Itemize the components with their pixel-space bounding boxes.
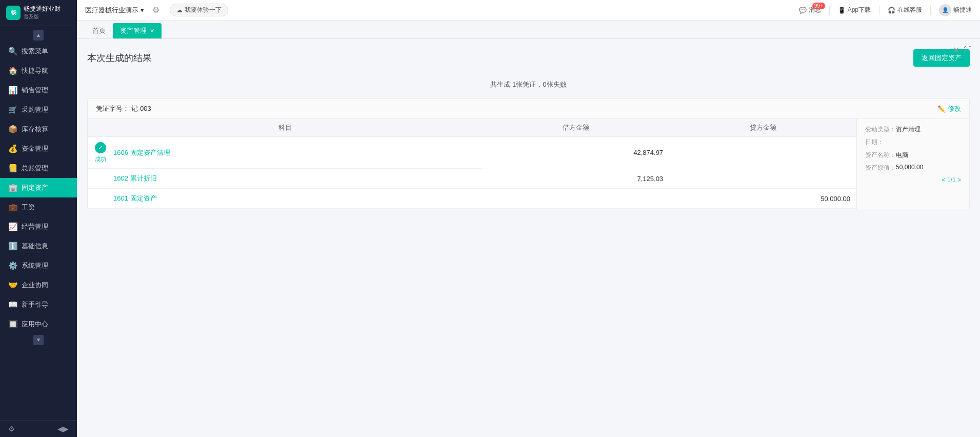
sidebar-item-app-center[interactable]: 🔲 应用中心	[0, 314, 77, 334]
table-row: ✓ 成功 1606 固定资产清理 42,874.97	[88, 137, 856, 169]
top-header: 医疗器械行业演示 ▾ ⚙ ☁ 我要体验一下 💬 消息 99+ 📱 App下载 �	[77, 0, 980, 21]
pagination-prev[interactable]: <	[942, 176, 946, 184]
operations-icon: 📈	[8, 222, 17, 231]
fixed-assets-icon: 🏢	[8, 183, 17, 192]
sidebar-item-quick-nav[interactable]: 🏠 快捷导航	[0, 61, 77, 81]
edit-icon: ✏️	[937, 105, 946, 113]
table-header-row: 科目 借方金额 贷方金额	[88, 119, 856, 137]
pagination-next[interactable]: >	[957, 176, 961, 184]
tab-bar: 首页 资产管理 ✕	[77, 21, 980, 39]
sidebar-item-purchase[interactable]: 🛒 采购管理	[0, 100, 77, 120]
success-label: 成功	[95, 155, 106, 163]
sidebar-nav: ▲ 🔍 搜索菜单 🏠 快捷导航 📊 销售管理 🛒 采购管理 📦 库存核算 💰 资…	[0, 26, 77, 420]
sidebar-item-basic-info[interactable]: ℹ️ 基础信息	[0, 236, 77, 256]
credit-amount-2	[669, 169, 856, 189]
header-right: 💬 消息 99+ 📱 App下载 🎧 在线客服 👤 畅捷通	[799, 4, 972, 16]
experience-button[interactable]: ☁ 我要体验一下	[170, 4, 228, 16]
company-selector[interactable]: 医疗器械行业演示 ▾	[85, 6, 144, 15]
enterprise-icon: 🤝	[8, 281, 17, 290]
voucher-body: 科目 借方金额 贷方金额 ✓ 成功	[88, 119, 969, 209]
logo-icon: 畅	[6, 6, 21, 20]
subject-cell-3: 1601 固定资产	[88, 189, 482, 209]
message-icon: 💬	[799, 7, 807, 14]
online-service-action[interactable]: 🎧 在线客服	[888, 6, 922, 14]
summary-bar: 共生成 1张凭证，0张失败	[87, 75, 970, 94]
header-left: 医疗器械行业演示 ▾ ⚙ ☁ 我要体验一下	[85, 4, 228, 16]
subject-cell: ✓ 成功 1606 固定资产清理	[88, 137, 482, 169]
asset-name-value: 电脑	[896, 151, 908, 160]
edit-button[interactable]: ✏️ 修改	[937, 104, 961, 113]
header-divider-3	[930, 6, 931, 15]
voucher-table-area: 科目 借方金额 贷方金额 ✓ 成功	[88, 119, 856, 209]
asset-value-label: 资产原值：	[865, 164, 896, 172]
sidebar-item-search[interactable]: 🔍 搜索菜单	[0, 42, 77, 61]
sidebar-item-funds[interactable]: 💰 资金管理	[0, 139, 77, 158]
settings-icon[interactable]: ⚙	[8, 425, 15, 433]
sidebar-item-system[interactable]: ⚙️ 系统管理	[0, 256, 77, 275]
subject-cell-2: 1602 累计折旧	[88, 169, 482, 189]
system-icon: ⚙️	[8, 261, 17, 270]
sidebar-item-payroll[interactable]: 💼 工资	[0, 197, 77, 217]
page-title-row: 本次生成的结果 返回固定资产	[87, 49, 970, 67]
sidebar-item-fixed-assets[interactable]: 🏢 固定资产	[0, 178, 77, 197]
voucher-table: 科目 借方金额 贷方金额 ✓ 成功	[88, 119, 856, 209]
success-icon: ✓	[95, 142, 106, 153]
app-download-action[interactable]: 📱 App下载	[838, 6, 871, 14]
header-divider-1	[829, 6, 830, 15]
search-icon: 🔍	[8, 47, 17, 56]
funds-icon: 💰	[8, 144, 17, 153]
tab-close-icon[interactable]: ✕	[150, 28, 154, 34]
scroll-down-arrow[interactable]: ▼	[33, 335, 44, 345]
message-action[interactable]: 💬 消息 99+	[799, 6, 821, 14]
sidebar-item-ledger[interactable]: 📒 总账管理	[0, 158, 77, 178]
change-type-label: 变动类型：	[865, 125, 896, 134]
expand-window-button[interactable]: ⛶	[964, 46, 972, 55]
table-row: 1602 累计折旧 7,125.03	[88, 169, 856, 189]
toggle-sidebar-icon[interactable]: ◀▶	[57, 425, 69, 433]
sidebar-item-sales[interactable]: 📊 销售管理	[0, 81, 77, 100]
tab-home[interactable]: 首页	[85, 23, 113, 38]
subject-link-1[interactable]: 1606 固定资产清理	[113, 148, 170, 157]
avatar: 👤	[939, 4, 951, 16]
sidebar-item-guide[interactable]: 📖 新手引导	[0, 295, 77, 314]
voucher-header: 凭证字号： 记-003 ✏️ 修改	[88, 99, 969, 119]
inventory-icon: 📦	[8, 125, 17, 134]
user-action[interactable]: 👤 畅捷通	[939, 4, 972, 16]
scroll-up-arrow[interactable]: ▲	[33, 30, 44, 41]
subject-link-3[interactable]: 1601 固定资产	[113, 194, 157, 202]
tab-asset-management[interactable]: 资产管理 ✕	[113, 23, 162, 38]
sidebar: 畅 畅捷通好业财 普及版 ▲ 🔍 搜索菜单 🏠 快捷导航 📊 销售管理 🛒 采购…	[0, 0, 77, 437]
sidebar-item-enterprise[interactable]: 🤝 企业协同	[0, 275, 77, 295]
company-dropdown-icon: ▾	[141, 6, 144, 14]
col-debit: 借方金额	[482, 119, 669, 137]
header-settings-icon[interactable]: ⚙	[152, 5, 159, 15]
home-icon: 🏠	[8, 66, 17, 75]
page-title: 本次生成的结果	[87, 52, 152, 64]
debit-amount-1: 42,874.97	[482, 137, 669, 169]
asset-name-row: 资产名称： 电脑	[865, 151, 961, 160]
sidebar-bottom: ⚙ ◀▶	[0, 420, 77, 437]
sidebar-logo: 畅 畅捷通好业财 普及版	[0, 0, 77, 26]
message-badge: 99+	[812, 3, 825, 9]
voucher-card: 凭证字号： 记-003 ✏️ 修改 科目 借方金额	[87, 98, 970, 209]
change-type-row: 变动类型： 资产清理	[865, 125, 961, 134]
content-area: ✕ ⛶ 本次生成的结果 返回固定资产 共生成 1张凭证，0张失败 凭证字号： 记…	[77, 39, 980, 437]
close-window-button[interactable]: ✕	[953, 45, 959, 55]
basic-info-icon: ℹ️	[8, 242, 17, 251]
sidebar-item-operations[interactable]: 📈 经营管理	[0, 217, 77, 236]
logo-sub: 普及版	[24, 13, 61, 21]
subject-link-2[interactable]: 1602 累计折旧	[113, 174, 157, 182]
voucher-side-panel: 变动类型： 资产清理 日期： 资产名称： 电脑 资产原值： 50,000.00	[856, 119, 969, 209]
experience-icon: ☁	[176, 7, 183, 14]
sidebar-item-inventory[interactable]: 📦 库存核算	[0, 120, 77, 139]
asset-name-label: 资产名称：	[865, 151, 896, 160]
ledger-icon: 📒	[8, 164, 17, 173]
payroll-icon: 💼	[8, 203, 17, 212]
change-type-value: 资产清理	[896, 125, 921, 134]
col-credit: 贷方金额	[669, 119, 856, 137]
main-area: 医疗器械行业演示 ▾ ⚙ ☁ 我要体验一下 💬 消息 99+ 📱 App下载 �	[77, 0, 980, 437]
service-icon: 🎧	[888, 7, 895, 14]
pagination-info: 1/1	[947, 176, 957, 184]
date-label: 日期：	[865, 138, 896, 147]
col-subject: 科目	[88, 119, 482, 137]
